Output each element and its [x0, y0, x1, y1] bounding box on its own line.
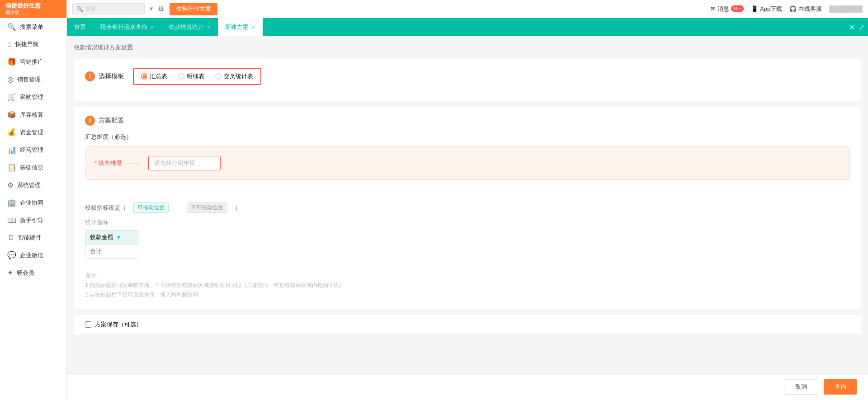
guide-icon: 📖 [7, 216, 16, 225]
sidebar-purchase-label: 采购管理 [20, 93, 43, 101]
metrics-label-row: 模板指标设定（ 可拖动位置 不可拖动位置 ） [85, 202, 850, 213]
dimension-arrow-icon: —— [129, 160, 141, 167]
tips: 提示： 1.拖动标题栏可以调整布局，不可跨维度或指标区域拖动栏目字段（只能在同一… [85, 271, 850, 300]
user-item[interactable]: ████████ [829, 5, 863, 12]
sidebar-item-member[interactable]: ✦ 畅会员 [0, 264, 66, 282]
message-badge: 99+ [731, 5, 744, 12]
system-icon: ⚙ [7, 181, 14, 189]
topbar: 🔍 搜索 ▼ ⚙ 体验行业方案 ✉ 消息 99+ 📱 App下载 🎧 在线客服 … [67, 0, 868, 18]
radio-summary[interactable]: 汇总表 [141, 72, 167, 80]
message-icon: ✉ [711, 5, 716, 12]
radio-cross[interactable]: 交叉统计表 [215, 72, 253, 80]
sidebar-inventory-label: 库存核算 [20, 111, 43, 119]
content-area: 收款情况统计方案设置 1 选择模板 汇总表 明细表 [67, 36, 868, 373]
tab-home[interactable]: 首页 [67, 18, 93, 36]
step2-body: 汇总维度（必选） * 纵向维度 —— 请选择分组维度 模板指标设定（ 可拖动位置 [85, 133, 850, 300]
tab-newplan-label: 新建方案 [225, 23, 249, 31]
sidebar-basic-label: 基础信息 [20, 164, 43, 172]
sidebar-item-inventory[interactable]: 📦 库存核算 [0, 106, 66, 123]
sales-icon: ◎ [7, 75, 14, 84]
tabbar: 首页 现金银行流水查询 ✕ 收款情况统计 ✕ 新建方案 ✕ ✕ ⤢ [67, 18, 868, 36]
sidebar-item-basic[interactable]: 📋 基础信息 [0, 159, 66, 176]
sidebar: 畅捷通好生意 标准版 🔍 搜索菜单 ⌂ 快捷导航 🎁 营销推广 ◎ 销售管理 🛒… [0, 0, 67, 400]
sidebar-item-hardware[interactable]: 🖥 智能硬件 [0, 229, 66, 246]
settings-icon[interactable]: ⚙ [158, 5, 164, 13]
download-label: App下载 [760, 5, 782, 13]
footer-save-area: 方案保存（可选） [74, 315, 861, 334]
radio-summary-circle [141, 73, 147, 80]
sidebar-item-guide[interactable]: 📖 新手引导 [0, 212, 66, 229]
purchase-icon: 🛒 [7, 93, 16, 101]
sidebar-item-finance[interactable]: 💰 资金管理 [0, 123, 66, 141]
chip-dropdown-icon[interactable]: ▼ [116, 235, 121, 240]
tab-home-label: 首页 [74, 23, 86, 31]
step1-row: 1 选择模板 汇总表 明细表 交叉统计表 [85, 68, 850, 85]
enterprise-icon: 🏢 [7, 198, 16, 207]
user-label: ████████ [829, 5, 863, 12]
dimension-box: * 纵向维度 —— 请选择分组维度 [85, 146, 850, 180]
download-icon: 📱 [751, 5, 758, 12]
radio-cross-circle [215, 73, 222, 80]
inventory-icon: 📦 [7, 110, 16, 119]
radio-detail[interactable]: 明细表 [178, 72, 204, 80]
tab-cashflow-close-icon[interactable]: ✕ [150, 24, 154, 30]
sidebar-item-sales[interactable]: ◎ 销售管理 [0, 71, 66, 88]
sidebar-item-wechat[interactable]: 💬 企业微信 [0, 246, 66, 264]
radio-detail-circle [178, 73, 184, 80]
trial-button[interactable]: 体验行业方案 [170, 3, 217, 15]
sidebar-item-quicknav[interactable]: ⌂ 快捷导航 [0, 36, 66, 53]
tab-receipt[interactable]: 收款情况统计 ✕ [161, 18, 218, 36]
cancel-button[interactable]: 取消 [784, 379, 818, 395]
sidebar-wechat-label: 企业微信 [20, 251, 43, 259]
sidebar-item-search[interactable]: 🔍 搜索菜单 [0, 18, 66, 36]
sidebar-item-operation[interactable]: 📊 经营管理 [0, 141, 66, 159]
dimension-placeholder: 请选择分组维度 [154, 159, 195, 167]
sidebar-system-label: 系统管理 [17, 181, 41, 189]
sidebar-item-marketing[interactable]: 🎁 营销推广 [0, 53, 66, 71]
home-icon: ⌂ [7, 40, 12, 48]
metrics-table-header: 收款金额 ▼ [85, 231, 139, 245]
tabbar-actions: ✕ ⤢ [849, 18, 868, 36]
query-button[interactable]: 查询 [824, 379, 857, 395]
sidebar-logo: 畅捷通好生意 标准版 [0, 0, 66, 18]
app-sub: 标准版 [5, 9, 41, 16]
sidebar-item-system[interactable]: ⚙ 系统管理 [0, 176, 66, 194]
sidebar-guide-label: 新手引导 [20, 216, 43, 225]
sidebar-enterprise-label: 企业协同 [20, 199, 43, 207]
radio-detail-label: 明细表 [187, 72, 204, 80]
step2-label: 方案配置 [99, 117, 124, 125]
sidebar-finance-label: 资金管理 [20, 128, 43, 136]
undraggable-tag: 不可拖动位置 [187, 202, 227, 213]
radio-cross-label: 交叉统计表 [224, 72, 253, 80]
tip-item-2: 2.点击标题栏下拉可设置排序、插入列和删除列 [85, 290, 850, 300]
close-window-icon[interactable]: ✕ [849, 23, 855, 32]
basic-icon: 📋 [7, 163, 16, 172]
tab-receipt-close-icon[interactable]: ✕ [207, 24, 211, 30]
step2-row: 2 方案配置 [85, 116, 850, 126]
divider [85, 189, 850, 189]
tab-cashflow[interactable]: 现金银行流水查询 ✕ [93, 18, 161, 36]
step1-card: 1 选择模板 汇总表 明细表 交叉统计表 [74, 59, 861, 101]
topbar-search[interactable]: 🔍 搜索 [72, 3, 145, 14]
subsection-title: 汇总维度（必选） [85, 133, 850, 141]
service-item[interactable]: 🎧 在线客服 [789, 5, 822, 13]
maximize-icon[interactable]: ⤢ [859, 23, 864, 32]
sidebar-item-purchase[interactable]: 🛒 采购管理 [0, 88, 66, 106]
marketing-icon: 🎁 [7, 57, 16, 66]
chip-label: 收款金额 [90, 233, 113, 241]
dimension-select[interactable]: 请选择分组维度 [148, 156, 221, 170]
sidebar-item-enterprise[interactable]: 🏢 企业协同 [0, 194, 66, 212]
sidebar-member-label: 畅会员 [17, 269, 34, 277]
metrics-label-text: 模板指标设定（ [85, 204, 126, 212]
save-checkbox[interactable] [85, 321, 91, 328]
download-item[interactable]: 📱 App下载 [751, 5, 782, 13]
radio-summary-label: 汇总表 [150, 72, 167, 80]
sidebar-marketing-label: 营销推广 [20, 58, 43, 66]
tab-newplan-close-icon[interactable]: ✕ [251, 24, 255, 30]
dropdown-arrow-icon[interactable]: ▼ [148, 5, 154, 12]
dimension-label: * 纵向维度 [94, 159, 122, 167]
step1-num: 1 [85, 71, 95, 81]
message-item[interactable]: ✉ 消息 99+ [711, 5, 744, 13]
draggable-tag: 可拖动位置 [133, 202, 169, 213]
tab-newplan[interactable]: 新建方案 ✕ [218, 18, 263, 36]
